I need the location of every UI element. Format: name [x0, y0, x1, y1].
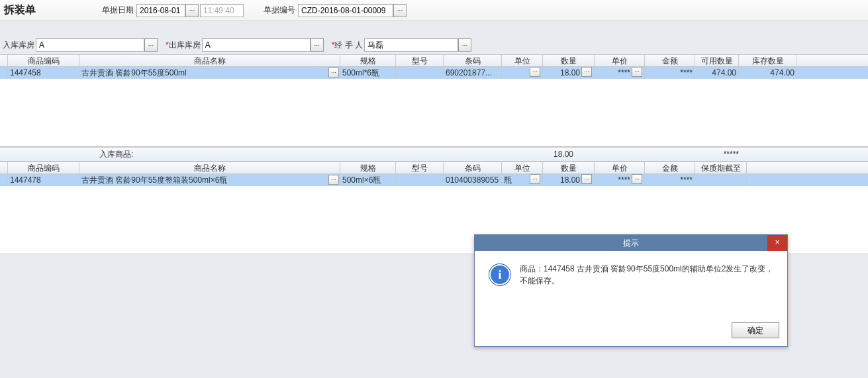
cell-unit: ···	[502, 67, 543, 79]
ok-button[interactable]: 确定	[732, 322, 779, 338]
cell-amount: ****	[645, 67, 695, 79]
row-leader	[0, 174, 8, 186]
cell-barcode: 690201877...	[444, 67, 502, 79]
col-spec: 规格	[340, 162, 396, 173]
titlebar: 拆装单 单据日期 ··· 单据编号 ···	[0, 0, 868, 21]
col-code: 商品编码	[8, 55, 79, 66]
name-lookup-button[interactable]: ···	[328, 175, 339, 185]
in-warehouse-input[interactable]	[36, 38, 144, 52]
docno-label: 单据编号	[264, 5, 295, 16]
summary-amount: *****	[579, 150, 744, 159]
cell-model	[396, 174, 444, 186]
summary-qty: 18.00	[486, 150, 579, 159]
qty-lookup-button[interactable]: ···	[581, 67, 592, 77]
date-label: 单据日期	[102, 5, 134, 16]
col-spec: 规格	[340, 55, 396, 66]
date-picker-button[interactable]: ···	[185, 4, 199, 17]
cell-name: 古井贡酒 窖龄90年55度整箱装500ml×6瓶···	[79, 174, 340, 186]
docno-input[interactable]	[298, 4, 393, 17]
out-warehouse-label: 出库库房	[169, 40, 201, 51]
time-input[interactable]	[200, 4, 244, 17]
qty-lookup-button[interactable]: ···	[581, 174, 592, 184]
col-leader	[0, 55, 8, 66]
col-unit: 单位	[502, 55, 543, 66]
cell-qty: 18.00···	[543, 67, 595, 79]
cell-unit: 瓶 ···	[502, 174, 543, 186]
dialog-titlebar: 提示 ×	[475, 235, 787, 251]
name-lookup-button[interactable]: ···	[328, 68, 339, 77]
filter-bar: 入库库房 ··· * 出库库房 ··· * 经 手 人 ···	[0, 36, 868, 54]
info-dialog: 提示 × i 商品：1447458 古井贡酒 窖龄90年55度500ml的辅助单…	[474, 234, 788, 347]
col-qty: 数量	[543, 55, 595, 66]
close-button[interactable]: ×	[767, 235, 787, 251]
row-leader	[0, 67, 8, 79]
date-input[interactable]	[136, 4, 185, 17]
col-amount: 金额	[645, 162, 695, 173]
cell-barcode: 010400389055	[444, 174, 502, 186]
col-barcode: 条码	[444, 162, 502, 173]
table-row[interactable]: 1447478 古井贡酒 窖龄90年55度整箱装500ml×6瓶··· 500m…	[0, 174, 868, 186]
col-leader	[0, 162, 8, 173]
cell-spec: 500ml*6瓶	[340, 67, 396, 79]
col-unit: 单位	[502, 162, 543, 173]
summary-row: 入库商品: 18.00 *****	[0, 147, 868, 162]
docno-lookup-button[interactable]: ···	[393, 4, 407, 17]
cell-exp	[695, 174, 747, 186]
unit-lookup-button[interactable]: ···	[530, 174, 540, 184]
col-model: 型号	[396, 162, 444, 173]
handler-label: 经 手 人	[334, 40, 363, 51]
summary-label: 入库商品:	[79, 149, 340, 160]
col-qty: 数量	[543, 162, 595, 173]
col-model: 型号	[396, 55, 444, 66]
cell-price: ****···	[595, 67, 645, 79]
col-code: 商品编码	[8, 162, 79, 173]
dialog-message: 商品：1447458 古井贡酒 窖龄90年55度500ml的辅助单位2发生了改变…	[520, 263, 778, 287]
page-title: 拆装单	[4, 3, 36, 17]
cell-code: 1447478	[8, 174, 79, 186]
col-name: 商品名称	[79, 55, 340, 66]
grid-out-header: 商品编码 商品名称 规格 型号 条码 单位 数量 单价 金额 可用数量 库存数量	[0, 55, 868, 67]
col-barcode: 条码	[444, 55, 502, 66]
cell-code: 1447458	[8, 67, 79, 79]
price-lookup-button[interactable]: ···	[632, 174, 642, 184]
cell-model	[396, 67, 444, 79]
price-lookup-button[interactable]: ···	[632, 67, 642, 77]
handler-lookup-button[interactable]: ···	[458, 38, 471, 52]
col-avail: 可用数量	[695, 55, 739, 66]
cell-stock: 474.00	[739, 67, 797, 79]
handler-input[interactable]	[364, 38, 458, 52]
cell-qty: 18.00···	[543, 174, 595, 186]
in-warehouse-label: 入库库房	[3, 40, 34, 51]
table-row[interactable]: 1447458 古井贡酒 窖龄90年55度500ml··· 500ml*6瓶 6…	[0, 67, 868, 79]
col-price: 单价	[595, 55, 645, 66]
col-exp: 保质期截至	[695, 162, 747, 173]
col-name: 商品名称	[79, 162, 340, 173]
unit-lookup-button[interactable]: ···	[530, 67, 540, 77]
grid-in-header: 商品编码 商品名称 规格 型号 条码 单位 数量 单价 金额 保质期截至	[0, 162, 868, 174]
out-warehouse-input[interactable]	[202, 38, 311, 52]
cell-avail: 474.00	[695, 67, 739, 79]
col-price: 单价	[595, 162, 645, 173]
col-stock: 库存数量	[739, 55, 797, 66]
out-warehouse-lookup-button[interactable]: ···	[311, 38, 324, 52]
cell-name: 古井贡酒 窖龄90年55度500ml···	[79, 67, 340, 79]
col-amount: 金额	[645, 55, 695, 66]
cell-amount: ****	[645, 174, 695, 186]
cell-spec: 500ml×6瓶	[340, 174, 396, 186]
info-icon: i	[489, 264, 510, 285]
dialog-title: 提示	[623, 238, 639, 249]
grid-out: 商品编码 商品名称 规格 型号 条码 单位 数量 单价 金额 可用数量 库存数量…	[0, 54, 868, 147]
cell-price: ****···	[595, 174, 645, 186]
in-warehouse-lookup-button[interactable]: ···	[144, 38, 158, 52]
